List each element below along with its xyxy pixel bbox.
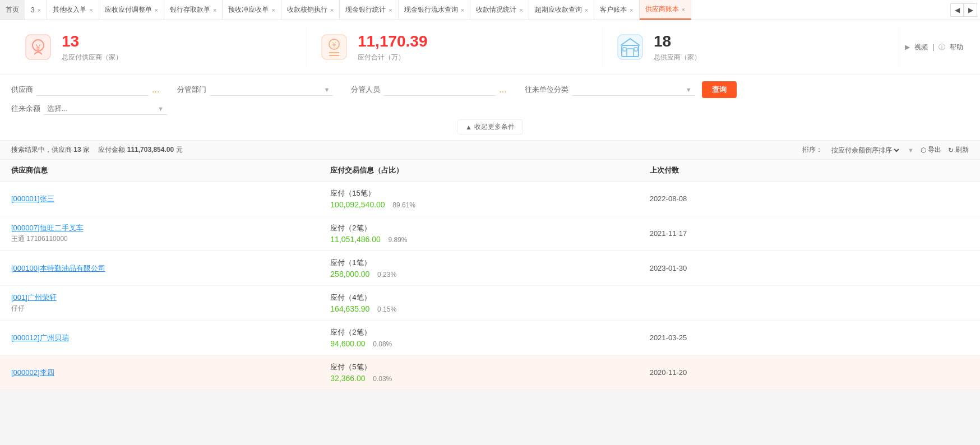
nav-tab-receipt-stat[interactable]: 收款情况统计 ×	[470, 0, 529, 20]
nav-tab-customer-book-label: 客户账本	[600, 5, 627, 15]
nav-tab-supplier-book-close[interactable]: ×	[682, 6, 685, 13]
nav-tab-verify[interactable]: 收款核销执行 ×	[281, 0, 340, 20]
balance-filter-label: 往来余额	[11, 104, 40, 114]
stat-payable-number: 13	[62, 33, 122, 50]
nav-next-arrow[interactable]: ▶	[964, 3, 977, 17]
person-filter-input[interactable]	[383, 84, 496, 96]
nav-tab-other-income-close[interactable]: ×	[89, 7, 93, 13]
tx-amount-2: 258,000.00	[330, 270, 369, 279]
tx-amount-3: 164,635.90	[330, 304, 369, 313]
last-payment-5: 2020-11-20	[650, 368, 687, 377]
nav-tab-advance[interactable]: 预收冲应收单 ×	[223, 0, 281, 20]
result-amount-prefix: 应付金额	[98, 146, 125, 154]
supplier-filter-input[interactable]	[36, 84, 149, 96]
category-filter-input[interactable]	[575, 85, 686, 94]
nav-tab-bank-close[interactable]: ×	[213, 7, 216, 13]
result-prefix: 搜索结果中，供应商	[11, 146, 72, 154]
nav-tab-customer-book-close[interactable]: ×	[630, 7, 633, 13]
tx-amount-row-0: 100,092,540.00 89.61%	[330, 200, 649, 209]
nav-tab-adjust-close[interactable]: ×	[155, 7, 158, 13]
nav-tab-receipt-stat-close[interactable]: ×	[519, 7, 523, 13]
refresh-label: 刷新	[955, 145, 969, 155]
nav-tab-customer-book[interactable]: 客户账本 ×	[594, 0, 639, 20]
supplier-cell-4: [000012]广州贝瑞	[11, 333, 330, 343]
category-filter-container[interactable]: ▼	[572, 84, 695, 96]
nav-tab-cash-flow-label: 现金银行流水查询	[404, 5, 458, 15]
dept-filter-container[interactable]: ▼	[210, 84, 333, 96]
supplier-sub-3: 仔仔	[11, 304, 330, 313]
nav-prev-arrow[interactable]: ◀	[950, 3, 964, 17]
filter-category: 往来单位分类 ▼	[525, 84, 695, 96]
supplier-link-3[interactable]: [001]广州荣轩	[11, 293, 57, 302]
supplier-link-2[interactable]: [000100]本特勤油品有限公司	[11, 264, 105, 272]
last-payment-0: 2022-08-08	[650, 194, 687, 203]
refresh-button[interactable]: ↻ 刷新	[948, 145, 969, 155]
nav-tab-home[interactable]: 首页	[0, 0, 25, 20]
nav-tab-3[interactable]: 3 ×	[25, 0, 47, 20]
supplier-table: 供应商信息 应付交易信息（占比） 上次付数 [000001]张三 应付（15笔）…	[0, 160, 980, 390]
supplier-link-4[interactable]: [000012]广州贝瑞	[11, 333, 69, 342]
nav-tab-advance-close[interactable]: ×	[271, 7, 275, 13]
nav-tab-bank[interactable]: 银行存取款单 ×	[164, 0, 223, 20]
balance-filter-container[interactable]: ▼	[44, 103, 167, 115]
sort-select[interactable]: 按应付余额倒序排序	[829, 146, 901, 155]
col-tx-info: 应付交易信息（占比）	[330, 165, 649, 175]
person-filter-dots[interactable]: ...	[499, 85, 506, 95]
table-row: [000001]张三 应付（15笔） 100,092,540.00 89.61%…	[0, 182, 980, 216]
filter-row-2: 往来余额 ▼	[11, 103, 969, 115]
supplier-cell-2: [000100]本特勤油品有限公司	[11, 263, 330, 274]
last-payment-cell-5: 2020-11-20	[650, 368, 969, 377]
result-bar: 搜索结果中，供应商 13 家 应付金额 111,703,854.00 元 排序：…	[0, 141, 980, 160]
video-link[interactable]: 视频	[914, 43, 928, 52]
balance-filter-input[interactable]	[47, 104, 158, 113]
tx-percent-1: 9.89%	[388, 236, 407, 244]
nav-tab-adjust[interactable]: 应收应付调整单 ×	[99, 0, 164, 20]
stat-total-suppliers: 18 总供应商（家）	[603, 27, 899, 67]
collapse-button[interactable]: ▲ 收起更多条件	[457, 119, 523, 135]
stat-payable-label: 总应付供应商（家）	[62, 53, 122, 62]
stat-total-payable-suppliers: ¥ 13 总应付供应商（家）	[11, 27, 307, 67]
supplier-cell-1: [000007]恒旺二手叉车 王通 17106110000	[11, 223, 330, 244]
supplier-cell-0: [000001]张三	[11, 194, 330, 204]
table-row: [000012]广州贝瑞 应付（2笔） 94,600.00 0.08% 2021…	[0, 321, 980, 355]
nav-tab-overdue-close[interactable]: ×	[585, 7, 588, 13]
stat-amount-label: 应付合计（万）	[358, 53, 428, 62]
search-button[interactable]: 查询	[702, 81, 737, 98]
result-amount-unit: 元	[176, 146, 183, 154]
person-filter-label: 分管人员	[351, 85, 380, 95]
help-link[interactable]: 帮助	[950, 43, 963, 52]
dept-chevron-icon: ▼	[323, 86, 330, 93]
dept-filter-label: 分管部门	[177, 85, 206, 95]
supplier-payable-icon: ¥	[22, 31, 54, 63]
nav-tab-verify-close[interactable]: ×	[330, 7, 334, 13]
nav-tab-3-close[interactable]: ×	[38, 7, 41, 13]
table-row: [001]广州荣轩 仔仔 应付（4笔） 164,635.90 0.15%	[0, 286, 980, 321]
export-button[interactable]: ⬡ 导出	[921, 145, 941, 155]
supplier-link-0[interactable]: [000001]张三	[11, 194, 54, 203]
tx-amount-row-1: 11,051,486.00 9.89%	[330, 235, 649, 244]
supplier-link-5[interactable]: [000002]李四	[11, 368, 54, 377]
last-payment-cell-0: 2022-08-08	[650, 194, 969, 203]
nav-tab-overdue[interactable]: 超期应收款查询 ×	[529, 0, 594, 20]
tx-cell-4: 应付（2笔） 94,600.00 0.08%	[330, 327, 649, 348]
sort-label: 排序：	[802, 145, 822, 155]
dept-filter-input[interactable]	[213, 85, 323, 94]
nav-tab-other-income[interactable]: 其他收入单 ×	[47, 0, 99, 20]
tx-amount-0: 100,092,540.00	[330, 200, 385, 209]
supplier-link-1[interactable]: [000007]恒旺二手叉车	[11, 224, 84, 232]
nav-tab-cash-stat[interactable]: 现金银行统计 ×	[340, 0, 398, 20]
nav-tab-cash-flow[interactable]: 现金银行流水查询 ×	[399, 0, 470, 20]
result-info: 搜索结果中，供应商 13 家 应付金额 111,703,854.00 元	[11, 145, 183, 155]
supplier-filter-dots[interactable]: ...	[152, 85, 159, 95]
filter-supplier: 供应商 ...	[11, 84, 159, 96]
filter-row-1: 供应商 ... 分管部门 ▼ 分管人员 ... 往来单位分类 ▼	[11, 81, 969, 98]
nav-tab-bank-label: 银行存取款单	[170, 5, 210, 15]
top-navigation: 首页 3 × 其他收入单 × 应收应付调整单 × 银行存取款单 × 预收冲应收单…	[0, 0, 980, 20]
last-payment-2: 2023-01-30	[650, 264, 687, 272]
nav-tab-supplier-book[interactable]: 供应商账本 ×	[640, 0, 691, 20]
nav-tab-cash-stat-close[interactable]: ×	[389, 7, 392, 13]
nav-tab-receipt-stat-label: 收款情况统计	[476, 5, 516, 15]
nav-tab-cash-flow-close[interactable]: ×	[461, 7, 464, 13]
table-row: [000007]恒旺二手叉车 王通 17106110000 应付（2笔） 11,…	[0, 216, 980, 251]
nav-tab-verify-label: 收款核销执行	[287, 5, 327, 15]
